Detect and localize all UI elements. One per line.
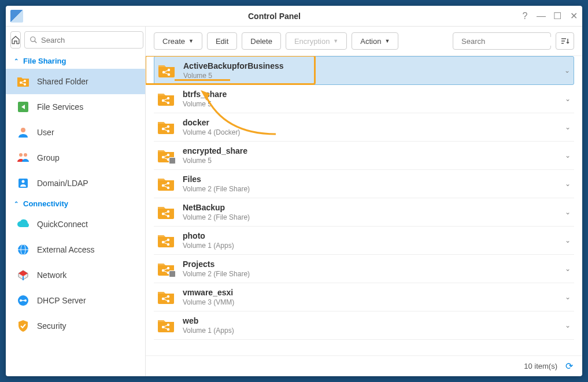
control-panel-window: Control Panel ? — ☐ ✕ ⌃ File Sharing — [6, 6, 582, 376]
sidebar-item-group[interactable]: Group — [6, 145, 145, 170]
folder-name: btrfs_share — [183, 90, 565, 99]
chevron-down-icon[interactable]: ⌄ — [565, 293, 571, 301]
folder-row[interactable]: vmware_esxi Volume 3 (VMM) ⌄ — [154, 283, 574, 311]
action-button[interactable]: Action▼ — [352, 32, 398, 50]
folder-name: encrypted_share — [183, 146, 565, 155]
help-button[interactable]: ? — [521, 12, 529, 20]
titlebar: Control Panel ? — ☐ ✕ — [6, 6, 582, 27]
svg-point-10 — [24, 153, 27, 157]
folder-row[interactable]: photo Volume 1 (Apps) ⌄ — [154, 227, 574, 255]
main-search-input[interactable] — [461, 37, 559, 46]
security-icon — [16, 319, 30, 333]
encryption-button[interactable]: Encryption▼ — [286, 32, 347, 50]
sidebar-item-label: Security — [37, 321, 66, 331]
svg-point-0 — [31, 37, 35, 42]
sidebar-search-input[interactable] — [41, 36, 138, 44]
sidebar-item-label: File Services — [37, 102, 83, 112]
chevron-down-icon[interactable]: ⌄ — [565, 123, 571, 131]
shared-folder-icon — [157, 290, 175, 305]
folder-row[interactable]: btrfs_share Volume 5 ⌄ — [154, 85, 574, 113]
sort-button[interactable] — [556, 32, 574, 50]
folder-text: encrypted_share Volume 5 — [183, 146, 565, 165]
folder-text: NetBackup Volume 2 (File Share) — [183, 203, 565, 221]
chevron-down-icon[interactable]: ⌄ — [565, 321, 571, 329]
sidebar-item-security[interactable]: Security — [6, 313, 145, 339]
sidebar-search[interactable] — [24, 31, 143, 49]
folder-location: Volume 2 (File Share) — [183, 213, 565, 221]
create-button[interactable]: Create▼ — [154, 32, 202, 50]
search-icon — [29, 36, 38, 44]
caret-down-icon: ▼ — [333, 38, 338, 44]
folder-name: docker — [183, 118, 565, 127]
folder-row[interactable]: Projects Volume 2 (File Share) ⌄ — [154, 255, 574, 283]
folder-location: Volume 2 (File Share) — [183, 270, 565, 278]
sidebar-item-label: QuickConnect — [37, 220, 88, 229]
sidebar-item-label: Domain/LDAP — [37, 179, 88, 188]
folder-name: photo — [183, 231, 565, 240]
folder-location: Volume 2 (File Share) — [183, 185, 565, 193]
sidebar-item-user[interactable]: User — [6, 120, 145, 145]
chevron-down-icon[interactable]: ⌄ — [565, 95, 571, 103]
shared-folder-icon — [157, 318, 175, 333]
home-icon — [11, 35, 20, 44]
sidebar-item-label: Network — [37, 270, 66, 280]
chevron-down-icon[interactable]: ⌄ — [565, 151, 571, 160]
chevron-down-icon[interactable]: ⌄ — [565, 180, 571, 188]
folder-text: ActiveBackupforBusiness Volume 5 — [183, 61, 564, 80]
shared-folder-icon — [157, 120, 175, 135]
sidebar-item-label: External Access — [37, 245, 95, 254]
main-search[interactable] — [453, 32, 551, 50]
home-button[interactable] — [10, 31, 21, 49]
section-file-sharing[interactable]: ⌃ File Sharing — [6, 53, 145, 69]
folder-row[interactable]: web Volume 1 (Apps) ⌄ — [154, 311, 574, 340]
section-label: File Sharing — [23, 57, 66, 65]
lock-badge-icon — [169, 157, 176, 164]
folder-text: vmware_esxi Volume 3 (VMM) — [183, 288, 565, 306]
status-bar: 10 item(s) ⟳ — [146, 355, 582, 376]
section-connectivity[interactable]: ⌃ Connectivity — [6, 196, 145, 212]
quickconnect-icon — [16, 217, 30, 231]
sidebar-item-external-access[interactable]: External Access — [6, 237, 145, 262]
sidebar-item-domain-ldap[interactable]: Domain/LDAP — [6, 170, 145, 196]
window-title: Control Panel — [28, 12, 521, 21]
network-icon — [16, 268, 30, 282]
sidebar-item-dhcp-server[interactable]: DHCP Server — [6, 288, 145, 313]
chevron-down-icon[interactable]: ⌄ — [565, 208, 571, 216]
folder-row[interactable]: ActiveBackupforBusiness Volume 5 ⌄ — [154, 56, 574, 85]
refresh-button[interactable]: ⟳ — [565, 361, 573, 372]
folder-row[interactable]: encrypted_share Volume 5 ⌄ — [154, 142, 574, 170]
chevron-up-icon: ⌃ — [14, 58, 19, 64]
folder-row[interactable]: Files Volume 2 (File Share) ⌄ — [154, 170, 574, 198]
toolbar: Create▼ Edit Delete Encryption▼ Action▼ — [146, 27, 582, 56]
close-button[interactable]: ✕ — [569, 12, 578, 20]
delete-button[interactable]: Delete — [242, 32, 281, 50]
folder-row[interactable]: NetBackup Volume 2 (File Share) ⌄ — [154, 198, 574, 227]
external-access-icon — [16, 243, 30, 257]
shared-folder-icon — [157, 205, 175, 220]
user-icon — [16, 125, 30, 139]
sidebar-item-label: Shared Folder — [37, 77, 88, 86]
maximize-button[interactable]: ☐ — [553, 12, 561, 20]
dhcp-server-icon — [16, 294, 30, 307]
folder-name: ActiveBackupforBusiness — [183, 61, 564, 71]
domain-ldap-icon — [16, 176, 30, 190]
folder-name: NetBackup — [183, 203, 565, 212]
sidebar-item-label: User — [37, 128, 54, 137]
folder-location: Volume 5 — [183, 157, 565, 165]
minimize-button[interactable]: — — [537, 12, 545, 20]
folder-name: Projects — [183, 259, 565, 269]
main-pane: Create▼ Edit Delete Encryption▼ Action▼ … — [146, 27, 582, 376]
folder-row[interactable]: docker Volume 4 (Docker) ⌄ — [154, 113, 574, 142]
sidebar-item-shared-folder[interactable]: Shared Folder — [6, 69, 145, 94]
edit-button[interactable]: Edit — [207, 32, 237, 50]
chevron-down-icon[interactable]: ⌄ — [565, 236, 571, 244]
sidebar-item-file-services[interactable]: File Services — [6, 94, 145, 120]
caret-down-icon: ▼ — [188, 38, 194, 44]
sidebar-item-quickconnect[interactable]: QuickConnect — [6, 212, 145, 237]
folder-text: photo Volume 1 (Apps) — [183, 231, 565, 250]
chevron-down-icon[interactable]: ⌄ — [565, 265, 571, 273]
svg-point-9 — [19, 153, 23, 157]
sidebar-item-network[interactable]: Network — [6, 262, 145, 288]
chevron-down-icon[interactable]: ⌄ — [564, 66, 570, 75]
folder-name: vmware_esxi — [183, 288, 565, 297]
